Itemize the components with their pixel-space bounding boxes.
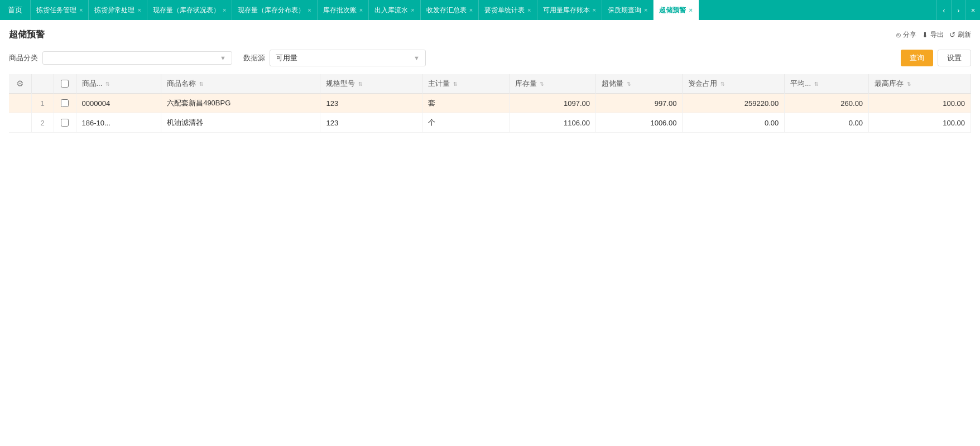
row-stock-0: 1097.00 [509,94,595,113]
nav-tab-close-5[interactable]: × [411,7,414,13]
share-button[interactable]: ⎋ 分享 [896,30,916,40]
nav-tab-label-2: 现存量（库存状况表） [153,6,220,15]
nav-tab-close-8[interactable]: × [593,7,596,13]
chevron-down-icon-2: ▼ [414,55,420,61]
th-product-code-label: 商品... [82,79,103,88]
th-settings: ⚙ [9,74,31,94]
nav-arrow-left[interactable]: ‹ [936,0,951,20]
row-settings-0 [9,94,31,113]
nav-arrow-right[interactable]: › [951,0,965,20]
table-body: 1 0000004 六配套新昌490BPG 123 套 1097.00 997.… [9,94,971,133]
sort-icon-avg: ⇅ [814,81,819,87]
export-icon: ⬇ [922,31,928,39]
refresh-icon: ↺ [949,31,955,39]
row-unit-1: 个 [422,113,509,133]
table-row: 2 186-10... 机油滤清器 123 个 1106.00 1006.00 … [9,113,971,133]
row-product-code-1: 186-10... [76,113,161,133]
export-button[interactable]: ⬇ 导出 [922,30,944,40]
nav-tab-close-3[interactable]: × [308,7,311,13]
nav-tab-2[interactable]: 现存量（库存状况表） × [147,0,232,20]
nav-tab-close-10[interactable]: × [689,7,692,13]
row-unit-0: 套 [422,94,509,113]
th-max-stock[interactable]: 最高库存 ⇅ [869,74,971,94]
select-all-checkbox[interactable] [61,80,69,88]
nav-tab-8[interactable]: 可用量库存账本 × [537,0,602,20]
nav-tab-label-0: 拣货任务管理 [36,6,76,15]
nav-tab-label-4: 库存批次账 [323,6,357,15]
nav-tab-label-7: 要货单统计表 [484,6,525,15]
refresh-label: 刷新 [958,30,971,40]
filter-label-datasource: 数据源 [243,53,265,63]
sort-icon-stock: ⇅ [540,81,544,87]
th-stock-label: 库存量 [515,79,537,88]
filter-row: 商品分类 ▼ 数据源 可用量 ▼ 查询 设置 [9,50,971,66]
nav-tab-5[interactable]: 出入库流水 × [369,0,420,20]
nav-tab-close-7[interactable]: × [527,7,531,13]
query-button[interactable]: 查询 [901,50,933,66]
category-select[interactable]: ▼ [42,51,232,65]
settings-button[interactable]: 设置 [938,50,971,66]
nav-arrow-close-all[interactable]: × [965,0,980,20]
row-over-stock-0: 997.00 [596,94,683,113]
nav-arrows: ‹ › × [936,0,980,20]
sort-icon-spec: ⇅ [358,81,363,87]
th-unit[interactable]: 主计量 ⇅ [422,74,509,94]
nav-tab-1[interactable]: 拣货异常处理 × [89,0,147,20]
th-stock[interactable]: 库存量 ⇅ [509,74,595,94]
page-content: 超储预警 ⎋ 分享 ⬇ 导出 ↺ 刷新 商品分类 ▼ 数据源 [0,20,980,446]
row-max-stock-0: 100.00 [869,94,971,113]
th-spec[interactable]: 规格型号 ⇅ [320,74,422,94]
nav-tab-close-9[interactable]: × [644,7,647,13]
sort-icon-product-code: ⇅ [105,81,110,87]
settings-col-icon[interactable]: ⚙ [16,79,23,88]
filter-label-category: 商品分类 [9,53,38,63]
row-checkbox-1[interactable] [61,119,69,127]
nav-tab-close-2[interactable]: × [223,7,226,13]
sort-icon-unit: ⇅ [453,81,458,87]
th-capital[interactable]: 资金占用 ⇅ [683,74,785,94]
nav-tab-label-6: 收发存汇总表 [426,6,467,15]
row-over-stock-1: 1006.00 [596,113,683,133]
th-over-stock[interactable]: 超储量 ⇅ [596,74,683,94]
row-num-0: 1 [31,94,54,113]
nav-tab-label-3: 现存量（库存分布表） [238,6,305,15]
nav-tab-label-9: 保质期查询 [608,6,641,15]
share-icon: ⎋ [896,31,901,39]
nav-tab-close-0[interactable]: × [79,7,83,13]
refresh-button[interactable]: ↺ 刷新 [949,30,971,40]
table-row: 1 0000004 六配套新昌490BPG 123 套 1097.00 997.… [9,94,971,113]
page-title: 超储预警 [9,29,896,41]
th-product-name[interactable]: 商品名称 ⇅ [161,74,320,94]
nav-tab-6[interactable]: 收发存汇总表 × [421,0,479,20]
row-product-name-1: 机油滤清器 [161,113,320,133]
row-checkbox-0[interactable] [61,99,69,107]
row-avg-1: 0.00 [785,113,869,133]
row-product-name-0: 六配套新昌490BPG [161,94,320,113]
nav-tab-10[interactable]: 超储预警 × [654,0,698,20]
th-checkbox [54,74,76,94]
share-label: 分享 [903,30,916,40]
nav-tab-label-1: 拣货异常处理 [94,6,134,15]
nav-tab-9[interactable]: 保质期查询 × [602,0,654,20]
th-product-code[interactable]: 商品... ⇅ [76,74,161,94]
page-header: 超储预警 ⎋ 分享 ⬇ 导出 ↺ 刷新 [9,29,971,41]
th-avg[interactable]: 平均... ⇅ [785,74,869,94]
nav-tab-4[interactable]: 库存批次账 × [318,0,369,20]
th-over-stock-label: 超储量 [602,79,623,88]
nav-tab-close-6[interactable]: × [469,7,473,13]
row-spec-1: 123 [320,113,422,133]
nav-tab-close-4[interactable]: × [359,7,363,13]
datasource-select[interactable]: 可用量 ▼ [270,50,426,66]
nav-tab-close-1[interactable]: × [137,7,141,13]
th-capital-label: 资金占用 [688,79,717,88]
th-product-name-label: 商品名称 [167,79,196,88]
nav-tab-7[interactable]: 要货单统计表 × [479,0,537,20]
data-table: ⚙ 商品... ⇅ 商品名称 ⇅ 规格型号 ⇅ [9,74,971,133]
row-capital-0: 259220.00 [683,94,785,113]
nav-tab-0[interactable]: 拣货任务管理 × [31,0,89,20]
nav-tab-3[interactable]: 现存量（库存分布表） × [232,0,317,20]
nav-home[interactable]: 首页 [0,0,31,20]
sort-icon-product-name: ⇅ [199,81,204,87]
row-capital-1: 0.00 [683,113,785,133]
filter-item-datasource: 数据源 可用量 ▼ [243,50,426,66]
